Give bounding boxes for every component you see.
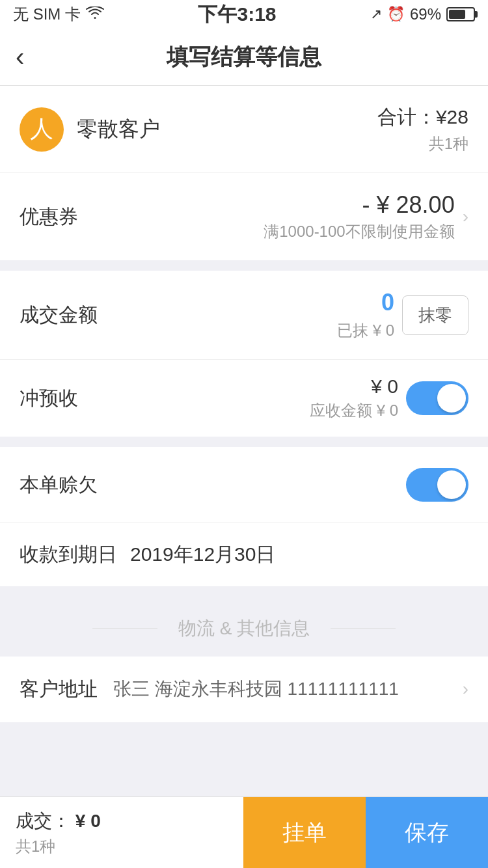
- address-chevron-icon: ›: [463, 679, 468, 699]
- debt-toggle[interactable]: [406, 468, 468, 502]
- section-header-text: 物流 & 其他信息: [92, 616, 396, 641]
- prepay-toggle[interactable]: [406, 381, 468, 415]
- prepay-label: 冲预收: [20, 385, 78, 412]
- deal-amount-sub: 已抹 ¥ 0: [337, 320, 394, 341]
- customer-total: 合计：¥28 共1种: [377, 104, 468, 154]
- status-right: ↗ ⏰ 69%: [370, 5, 475, 23]
- avatar: 人: [20, 107, 64, 152]
- due-date-value: 2019年12月30日: [130, 541, 275, 568]
- customer-name: 零散客户: [77, 115, 160, 144]
- status-time: 下午3:18: [198, 1, 276, 28]
- nav-bar: ‹ 填写结算等信息: [0, 29, 488, 86]
- section-header-label: 物流 & 其他信息: [178, 616, 310, 641]
- deal-amount-right: 0 已抹 ¥ 0 抹零: [337, 289, 468, 341]
- wifi-icon: [86, 5, 104, 23]
- prepay-right: ¥ 0 应收金额 ¥ 0: [310, 375, 468, 421]
- hold-button[interactable]: 挂单: [243, 797, 366, 868]
- back-button[interactable]: ‹: [16, 42, 24, 72]
- deal-amount-value: 0: [337, 289, 394, 316]
- coupon-amount: - ¥ 28.00: [264, 191, 454, 219]
- deal-amount-card: 成交金额 0 已抹 ¥ 0 抹零 冲预收 ¥ 0 应收金额 ¥ 0: [0, 271, 488, 437]
- save-button[interactable]: 保存: [366, 797, 488, 868]
- back-icon: ‹: [16, 42, 24, 72]
- hold-button-label: 挂单: [282, 818, 327, 848]
- debt-row: 本单赊欠: [0, 447, 488, 522]
- total-price: 合计：¥28: [377, 104, 468, 131]
- save-button-label: 保存: [405, 818, 449, 848]
- customer-card: 人 零散客户 合计：¥28 共1种 优惠券 - ¥ 28.00 满1000-10…: [0, 86, 488, 260]
- prepay-row: 冲预收 ¥ 0 应收金额 ¥ 0: [0, 359, 488, 437]
- alarm-icon: ⏰: [387, 6, 405, 23]
- toggle-knob: [437, 384, 466, 413]
- deal-amount-row: 成交金额 0 已抹 ¥ 0 抹零: [0, 271, 488, 359]
- prepay-sub: 应收金额 ¥ 0: [310, 400, 398, 421]
- coupon-desc: 满1000-100不限制使用金额: [264, 221, 454, 242]
- chevron-icon: ›: [463, 206, 468, 227]
- debt-label: 本单赊欠: [20, 472, 98, 498]
- logistics-section-header: 物流 & 其他信息: [0, 597, 488, 657]
- round-zero-button[interactable]: 抹零: [402, 295, 468, 335]
- address-value: 张三 海淀永丰科技园 11111111111: [113, 677, 456, 701]
- bottom-deal-row: 成交： ¥ 0: [16, 809, 228, 834]
- battery-label: 69%: [410, 5, 441, 23]
- customer-row: 人 零散客户 合计：¥28 共1种: [0, 86, 488, 172]
- bottom-deal-label: 成交：: [16, 811, 70, 831]
- address-row[interactable]: 客户地址 张三 海淀永丰科技园 11111111111 ›: [0, 657, 488, 722]
- total-count: 共1种: [377, 133, 468, 154]
- location-icon: ↗: [370, 6, 382, 23]
- carrier-label: 无 SIM 卡: [13, 4, 81, 25]
- address-label: 客户地址: [20, 676, 98, 703]
- bottom-bar: 成交： ¥ 0 共1种 挂单 保存: [0, 796, 488, 868]
- customer-info: 人 零散客户: [20, 107, 160, 152]
- prepay-value: ¥ 0: [310, 375, 398, 398]
- bottom-info: 成交： ¥ 0 共1种: [0, 797, 243, 868]
- bottom-count: 共1种: [16, 836, 228, 857]
- content-area: 人 零散客户 合计：¥28 共1种 优惠券 - ¥ 28.00 满1000-10…: [0, 86, 488, 811]
- due-date-label: 收款到期日: [20, 541, 117, 568]
- coupon-label: 优惠券: [20, 204, 78, 230]
- coupon-row[interactable]: 优惠券 - ¥ 28.00 满1000-100不限制使用金额 ›: [0, 172, 488, 260]
- deal-amount-label: 成交金额: [20, 302, 98, 329]
- debt-card: 本单赊欠 收款到期日 2019年12月30日: [0, 447, 488, 586]
- debt-toggle-knob: [437, 470, 466, 499]
- due-date-row: 收款到期日 2019年12月30日: [0, 522, 488, 586]
- bottom-deal-value: ¥ 0: [75, 811, 101, 831]
- status-left: 无 SIM 卡: [13, 4, 104, 25]
- status-bar: 无 SIM 卡 下午3:18 ↗ ⏰ 69%: [0, 0, 488, 29]
- avatar-icon: 人: [30, 113, 53, 145]
- page-title: 填写结算等信息: [167, 42, 321, 72]
- coupon-right: - ¥ 28.00 满1000-100不限制使用金额 ›: [264, 191, 468, 242]
- battery-icon: [446, 7, 475, 21]
- address-card: 客户地址 张三 海淀永丰科技园 11111111111 ›: [0, 657, 488, 722]
